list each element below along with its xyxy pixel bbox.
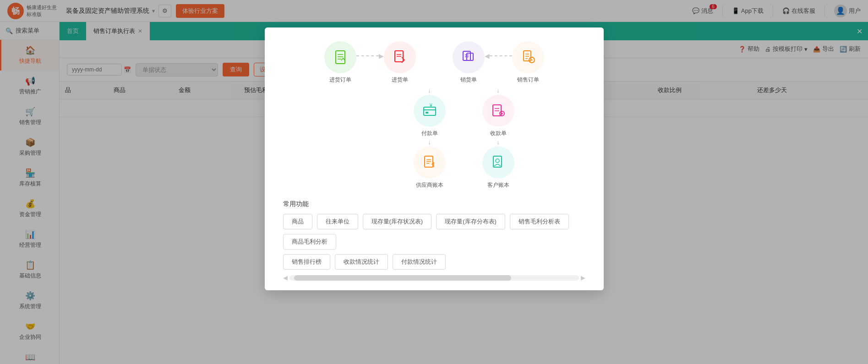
supplier-ledger-circle xyxy=(414,147,446,179)
sale-bill-label: 销货单 xyxy=(460,76,477,84)
sale-order-circle xyxy=(512,41,544,73)
scroll-left-icon[interactable]: ◀ xyxy=(283,274,288,281)
flow-spacer2 xyxy=(446,86,482,189)
receipt-label: 收款单 xyxy=(490,130,507,137)
purchase-bill-circle xyxy=(384,41,416,73)
btn-sales-profit[interactable]: 销售毛利分析表 xyxy=(510,214,569,229)
common-functions-title: 常用功能 xyxy=(283,200,585,208)
receipt-circle xyxy=(482,95,514,127)
supplier-ledger-label: 供应商账本 xyxy=(416,181,443,189)
scroll-right-icon[interactable]: ▶ xyxy=(581,274,585,281)
btn-sales-ranking[interactable]: 销售排行榜 xyxy=(283,254,330,270)
arrow-sale-order-to-bill: ◀ xyxy=(485,52,512,60)
payment-circle: ¥ xyxy=(414,95,446,127)
flow-diagram: 进货订单 ▶ 进货单 xyxy=(283,41,585,189)
flow-node-payment[interactable]: ¥ 付款单 xyxy=(414,95,446,137)
flow-col-receipt: ↓ 收款单 ↓ 客户账本 xyxy=(482,86,514,189)
btn-product[interactable]: 商品 xyxy=(283,214,312,229)
btn-contacts[interactable]: 往来单位 xyxy=(317,214,358,229)
customer-ledger-circle xyxy=(482,147,514,179)
purchase-order-label: 进货订单 xyxy=(329,76,351,84)
arrow-down-payment: ↓ xyxy=(428,86,431,95)
spacer1 xyxy=(354,86,386,189)
btn-payment-stats[interactable]: 付款情况统计 xyxy=(393,254,446,270)
common-functions-section: 常用功能 商品 往来单位 现存量(库存状况表) 现存量(库存分布表) 销售毛利分… xyxy=(283,200,585,270)
modal-overlay[interactable]: 进货订单 ▶ 进货单 xyxy=(0,0,868,364)
customer-ledger-label: 客户账本 xyxy=(487,181,509,189)
flow-node-receipt[interactable]: 收款单 xyxy=(482,95,514,137)
arrow-down-supplier: ↓ xyxy=(428,137,431,147)
svg-rect-0 xyxy=(336,51,345,64)
svg-point-32 xyxy=(496,159,499,163)
btn-inventory-dist[interactable]: 现存量(库存分布表) xyxy=(436,214,505,229)
flow-node-supplier-ledger[interactable]: 供应商账本 xyxy=(414,147,446,189)
btn-receipt-stats[interactable]: 收款情况统计 xyxy=(335,254,388,270)
btn-inventory-status[interactable]: 现存量(库存状况表) xyxy=(363,214,432,229)
svg-rect-17 xyxy=(424,107,436,115)
svg-text:¥: ¥ xyxy=(429,103,432,108)
arrow-purchase-to-bill: ▶ xyxy=(356,52,384,60)
modal-scrollbar-thumb xyxy=(294,275,511,281)
svg-rect-11 xyxy=(524,51,531,61)
common-btns-row1: 商品 往来单位 现存量(库存状况表) 现存量(库存分布表) 销售毛利分析表 商品… xyxy=(283,214,585,250)
common-btns-row2: 销售排行榜 收款情况统计 付款情况统计 xyxy=(283,254,585,270)
arrow-down-customer: ↓ xyxy=(497,137,500,147)
svg-rect-19 xyxy=(426,112,428,114)
modal-dialog: 进货订单 ▶ 进货单 xyxy=(265,27,604,290)
arrow-down-receipt: ↓ xyxy=(497,86,500,95)
modal-scrollbar[interactable] xyxy=(289,275,579,281)
flow-node-sale-order[interactable]: 销售订单 xyxy=(512,41,544,84)
flow-col-payment: ↓ ¥ 付款单 ↓ 供应商账本 xyxy=(414,86,446,189)
flow-node-sale-bill[interactable]: 销货单 xyxy=(453,41,485,84)
btn-product-profit[interactable]: 商品毛利分析 xyxy=(283,234,336,250)
sale-bill-circle xyxy=(453,41,485,73)
flow-node-purchase-order[interactable]: 进货订单 xyxy=(324,41,356,84)
flow-node-customer-ledger[interactable]: 客户账本 xyxy=(482,147,514,189)
payment-label: 付款单 xyxy=(421,130,438,137)
flow-node-purchase-bill[interactable]: 进货单 xyxy=(384,41,416,84)
sale-order-label: 销售订单 xyxy=(517,76,539,84)
purchase-order-circle xyxy=(324,41,356,73)
modal-scrollbar-area: ◀ ▶ xyxy=(283,274,585,281)
purchase-bill-label: 进货单 xyxy=(392,76,408,84)
